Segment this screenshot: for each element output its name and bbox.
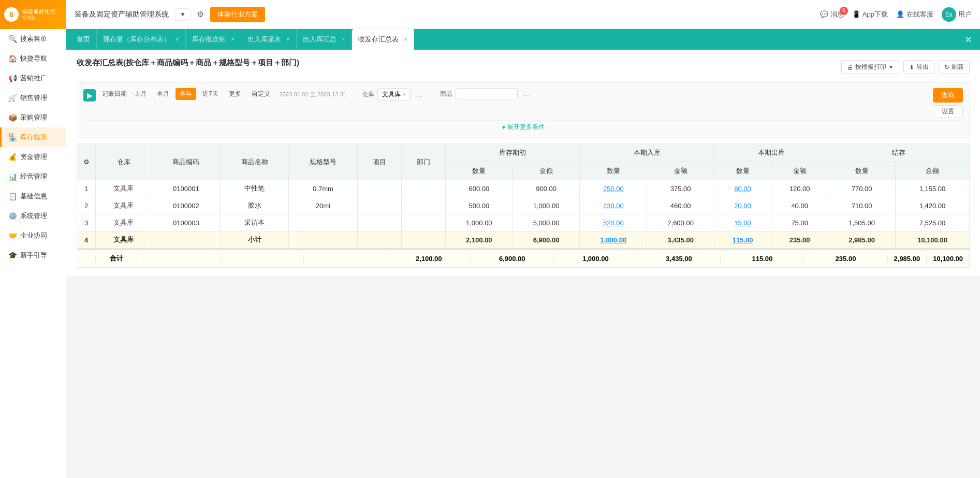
subtotal-in-qty-link[interactable]: 1,000.00 [601, 236, 627, 244]
in-qty-link[interactable]: 230.00 [603, 202, 624, 210]
tab-flow[interactable]: 出入库流水 × [241, 29, 297, 50]
tab-flow-label: 出入库流水 [247, 35, 281, 44]
date-btn-last-month[interactable]: 上月 [130, 88, 151, 100]
main-area: 装备及固定资产辅助管理系统 ▼ ⚙ 体验行业方案 💬 消息 6 📱 App下载 … [66, 0, 980, 478]
in-qty-link[interactable]: 520.00 [603, 219, 624, 227]
sidebar-item-quick-label: 快捷导航 [20, 54, 47, 63]
warehouse-tag-close[interactable]: × [403, 91, 406, 97]
cell-in-amt: 375.00 [647, 180, 714, 197]
cell-spec: 20ml [289, 197, 357, 214]
subtotal-name: 小计 [221, 231, 289, 249]
system-icon: ⚙️ [8, 212, 17, 220]
sidebar-item-enterprise[interactable]: 🤝 企业协同 [0, 226, 66, 245]
tab-batch-label: 库存批次账 [192, 35, 226, 44]
sidebar-item-sales[interactable]: 🛒 销售管理 [0, 88, 66, 108]
sidebar-item-finance[interactable]: 💰 资金管理 [0, 147, 66, 167]
cell-bal-amt: 1,420.00 [895, 197, 969, 214]
experience-button[interactable]: 体验行业方案 [210, 7, 265, 22]
tab-flow-close[interactable]: × [286, 36, 290, 43]
sidebar-item-operation[interactable]: 📊 经营管理 [0, 167, 66, 186]
subtotal-out-qty-link[interactable]: 115.00 [733, 236, 753, 244]
th-project: 项目 [357, 144, 401, 180]
footer-spacer1 [137, 255, 221, 263]
system-dropdown[interactable]: ▼ [175, 8, 191, 21]
filter-settings-button[interactable]: 设置 [933, 105, 963, 118]
sidebar-item-quick[interactable]: 🏠 快捷导航 [0, 49, 66, 68]
top-header: 装备及固定资产辅助管理系统 ▼ ⚙ 体验行业方案 💬 消息 6 📱 App下载 … [66, 0, 980, 29]
cell-code: 0100003 [152, 214, 220, 231]
sidebar-item-purchase[interactable]: 📦 采购管理 [0, 108, 66, 127]
warehouse-select[interactable]: 文具库 × [377, 88, 411, 101]
sidebar-item-guide[interactable]: 🎓 新手引导 [0, 245, 66, 265]
search-icon: 🔍 [8, 35, 17, 43]
cell-in-qty[interactable]: 520.00 [580, 214, 647, 231]
sidebar-item-inventory[interactable]: 🏪 库存核算 [0, 127, 66, 147]
sidebar-item-search[interactable]: 🔍 搜索菜单 [0, 29, 66, 49]
export-btn[interactable]: ⬇ 导出 [903, 60, 934, 74]
cell-in-qty[interactable]: 250.00 [580, 180, 647, 197]
subtotal-spec [289, 231, 357, 249]
cell-in-qty[interactable]: 230.00 [580, 197, 647, 214]
tab-summary[interactable]: 出入库汇总 × [297, 29, 352, 50]
export-btn-label: 导出 [916, 63, 929, 71]
tab-inventory-dist[interactable]: 现存量（库存分布表） × [97, 29, 186, 50]
filter-toggle-btn[interactable]: ▶ [83, 89, 96, 102]
message-badge: 6 [840, 7, 848, 15]
cell-open-amt: 1,000.00 [513, 197, 580, 214]
date-btn-this-year[interactable]: 本年 [175, 88, 196, 100]
tab-home[interactable]: 首页 [70, 29, 97, 50]
out-qty-link[interactable]: 80.00 [734, 185, 751, 193]
cell-name: 胶水 [221, 197, 289, 214]
cell-out-amt: 75.00 [771, 214, 828, 231]
online-service-item[interactable]: 👤 在线客服 [896, 10, 933, 19]
warehouse-filter-label: 仓库 [362, 90, 374, 99]
print-btn[interactable]: 🖨 按模板打印 ▼ [841, 60, 899, 74]
tab-batch[interactable]: 库存批次账 × [186, 29, 241, 50]
footer-bal-amt: 10,100.00 [927, 255, 969, 263]
tab-bar-close[interactable]: ✕ [961, 35, 976, 45]
out-qty-link[interactable]: 20.00 [734, 202, 751, 210]
th-open-qty: 数量 [445, 162, 513, 180]
warehouse-more-btn[interactable]: ... [414, 90, 425, 99]
footer-spacer3 [304, 255, 387, 263]
sidebar-item-basic[interactable]: 📋 基础信息 [0, 186, 66, 206]
out-qty-link[interactable]: 15.00 [734, 219, 751, 227]
user-item[interactable]: Ea 用户 [942, 7, 972, 22]
app-download-item[interactable]: 📱 App下载 [852, 10, 888, 19]
date-btn-7days[interactable]: 近7天 [198, 88, 223, 100]
cell-spec: 0.7mm [289, 180, 357, 197]
expand-more-btn[interactable]: ▾ 展开更多条件 [83, 120, 963, 134]
th-dept: 部门 [401, 144, 445, 180]
tab-recv-send-close[interactable]: × [404, 36, 407, 43]
query-button[interactable]: 查询 [933, 88, 963, 103]
refresh-btn[interactable]: ↻ 刷新 [939, 60, 970, 74]
settings-gear[interactable]: ⚙ [197, 9, 204, 19]
tab-inventory-dist-close[interactable]: × [175, 36, 179, 43]
cell-out-qty[interactable]: 15.00 [714, 214, 771, 231]
goods-select[interactable] [456, 88, 518, 99]
tab-summary-close[interactable]: × [342, 36, 345, 43]
table-row: 2 文具库 0100002 胶水 20ml 500.00 1,000.00 23… [77, 197, 970, 214]
cell-in-amt: 2,600.00 [647, 214, 714, 231]
tab-recv-send[interactable]: 收发存汇总表 × [352, 29, 414, 50]
in-qty-link[interactable]: 250.00 [603, 185, 624, 193]
cell-out-qty[interactable]: 80.00 [714, 180, 771, 197]
system-title: 装备及固定资产辅助管理系统 [75, 10, 169, 19]
date-btn-more[interactable]: 更多 [225, 88, 245, 100]
th-goods-code: 商品编码 [152, 144, 220, 180]
th-settings[interactable]: ⚙ [77, 144, 96, 180]
sidebar-item-marketing-label: 营销推广 [20, 74, 47, 83]
goods-more-btn[interactable]: ... [521, 89, 532, 98]
tab-batch-close[interactable]: × [231, 36, 235, 43]
date-btn-this-month[interactable]: 本月 [153, 88, 173, 100]
sidebar-item-system[interactable]: ⚙️ 系统管理 [0, 206, 66, 226]
sidebar-item-search-label: 搜索菜单 [20, 34, 47, 44]
sidebar-item-finance-label: 资金管理 [20, 152, 47, 162]
cell-code: 0100002 [152, 197, 220, 214]
guide-icon: 🎓 [8, 251, 17, 259]
date-btn-custom[interactable]: 自定义 [247, 88, 274, 100]
cell-out-qty[interactable]: 20.00 [714, 197, 771, 214]
sidebar-item-marketing[interactable]: 📢 营销推广 [0, 68, 66, 88]
cell-out-amt: 120.00 [771, 180, 828, 197]
message-item[interactable]: 💬 消息 6 [820, 10, 844, 19]
